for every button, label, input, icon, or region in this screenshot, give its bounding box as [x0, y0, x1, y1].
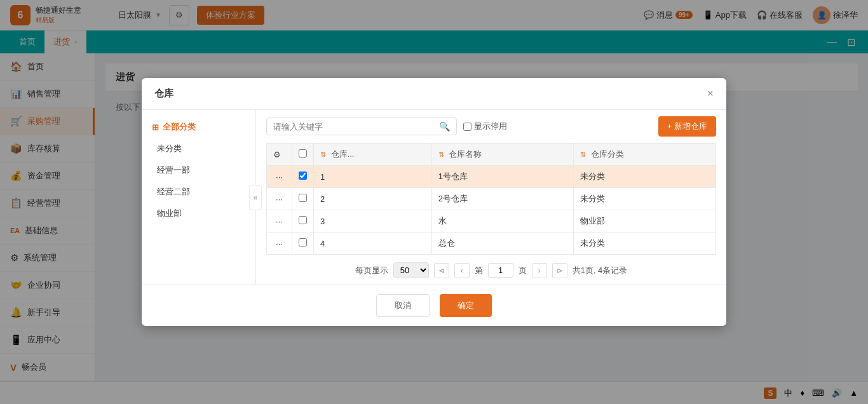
- dialog-close-button[interactable]: ×: [707, 87, 714, 100]
- row-check-0[interactable]: [292, 166, 314, 188]
- page-number-input[interactable]: [488, 263, 513, 278]
- row-category-2: 物业部: [574, 210, 716, 232]
- per-page-select[interactable]: 50 100 200: [393, 262, 429, 278]
- col-code: ⇅ 仓库...: [314, 144, 432, 166]
- col-check: [292, 144, 314, 166]
- search-input[interactable]: [273, 122, 439, 131]
- confirm-button[interactable]: 确定: [440, 294, 492, 317]
- row-check-3[interactable]: [292, 232, 314, 255]
- row-actions-0[interactable]: ···: [267, 166, 292, 188]
- table-row[interactable]: ··· 4 总仓 未分类: [267, 232, 716, 255]
- table-header-row: ⚙ ⇅ 仓库... ⇅ 仓库名称 ⇅: [267, 144, 716, 166]
- pagination: 每页显示 50 100 200 ⊲ ‹ 第 页 › ⊳ 共1页, 4条记录: [266, 262, 716, 278]
- row-num-2: 3: [314, 210, 432, 232]
- dialog-title: 仓库: [154, 88, 173, 100]
- search-box: 🔍: [266, 118, 457, 135]
- table-toolbar: 🔍 显示停用 + 新增仓库: [266, 116, 716, 137]
- table-row[interactable]: ··· 2 2号仓库 未分类: [267, 188, 716, 210]
- show-disabled-text: 显示停用: [474, 121, 507, 132]
- row-category-1: 未分类: [574, 188, 716, 210]
- grid-icon: ⊞: [152, 123, 159, 132]
- total-label: 共1页, 4条记录: [573, 265, 628, 276]
- category-item-property[interactable]: 物业部: [142, 203, 255, 224]
- sort-icon-code: ⇅: [320, 151, 326, 158]
- category-all-label: 全部分类: [163, 121, 196, 133]
- row-name-3: 总仓: [431, 232, 574, 255]
- row-num-0: 1: [314, 166, 432, 188]
- cancel-button[interactable]: 取消: [376, 294, 430, 317]
- table-row[interactable]: ··· 3 水 物业部: [267, 210, 716, 232]
- row-actions-3[interactable]: ···: [267, 232, 292, 255]
- row-check-2[interactable]: [292, 210, 314, 232]
- show-disabled-label[interactable]: 显示停用: [463, 121, 507, 132]
- category-panel: ⊞ 全部分类 未分类 经营一部 经营二部 物业部 «: [142, 110, 256, 285]
- show-disabled-checkbox[interactable]: [463, 123, 471, 131]
- warehouse-dialog: 仓库 × ⊞ 全部分类 未分类 经营一部 经营二部 物业部 « 🔍: [142, 78, 726, 326]
- row-check-1[interactable]: [292, 188, 314, 210]
- col-name: ⇅ 仓库名称: [431, 144, 574, 166]
- row-category-0: 未分类: [574, 166, 716, 188]
- table-body: ··· 1 1号仓库 未分类 ··· 2 2号仓库 未分类 ··· 3 水 物业…: [267, 166, 716, 255]
- page-prev-button[interactable]: ‹: [454, 263, 470, 278]
- category-item-ops2[interactable]: 经营二部: [142, 181, 255, 203]
- dialog-header: 仓库 ×: [142, 78, 726, 110]
- page-next-button[interactable]: ›: [532, 263, 547, 278]
- table-panel: 🔍 显示停用 + 新增仓库 ⚙ ⇅: [256, 110, 726, 285]
- select-all-checkbox[interactable]: [299, 149, 307, 158]
- table-row[interactable]: ··· 1 1号仓库 未分类: [267, 166, 716, 188]
- sort-icon-name: ⇅: [438, 151, 444, 158]
- row-num-3: 4: [314, 232, 432, 255]
- col-gear: ⚙: [267, 144, 292, 166]
- category-item-uncategorized[interactable]: 未分类: [142, 138, 255, 159]
- row-name-0: 1号仓库: [431, 166, 574, 188]
- row-num-1: 2: [314, 188, 432, 210]
- row-name-1: 2号仓库: [431, 188, 574, 210]
- dialog-footer: 取消 确定: [142, 285, 726, 326]
- row-actions-2[interactable]: ···: [267, 210, 292, 232]
- category-all[interactable]: ⊞ 全部分类: [142, 116, 255, 138]
- sort-icon-category: ⇅: [580, 151, 586, 158]
- row-name-2: 水: [431, 210, 574, 232]
- per-page-label: 每页显示: [355, 265, 388, 276]
- category-item-ops1[interactable]: 经营一部: [142, 159, 255, 181]
- page-last-button[interactable]: ⊳: [552, 263, 567, 278]
- dialog-body: ⊞ 全部分类 未分类 经营一部 经营二部 物业部 « 🔍 显示停用 + 新增: [142, 110, 726, 285]
- page-first-button[interactable]: ⊲: [434, 263, 449, 278]
- collapse-panel-button[interactable]: «: [249, 185, 262, 210]
- add-warehouse-button[interactable]: + 新增仓库: [658, 116, 716, 137]
- page-unit: 页: [519, 265, 527, 276]
- row-actions-1[interactable]: ···: [267, 188, 292, 210]
- search-icon[interactable]: 🔍: [439, 121, 450, 131]
- page-label: 第: [475, 265, 483, 276]
- row-category-3: 未分类: [574, 232, 716, 255]
- col-category: ⇅ 仓库分类: [574, 144, 716, 166]
- warehouse-table: ⚙ ⇅ 仓库... ⇅ 仓库名称 ⇅: [266, 143, 716, 255]
